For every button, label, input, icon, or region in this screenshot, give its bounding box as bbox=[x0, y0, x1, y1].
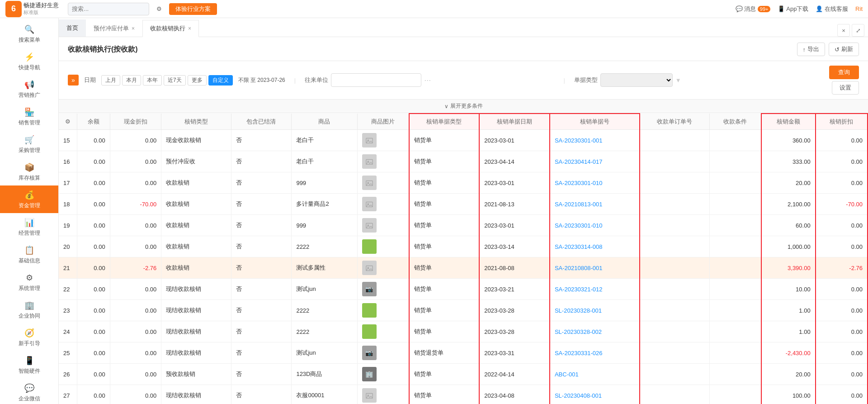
bill-no-link[interactable]: SA-20230321-012 bbox=[555, 286, 603, 293]
product-image-cell bbox=[357, 300, 409, 321]
date-btn-this-year[interactable]: 本年 bbox=[143, 75, 162, 86]
purchase-icon: 🛒 bbox=[24, 135, 34, 145]
verify-bill-no-cell[interactable]: SA-20230321-012 bbox=[550, 279, 640, 300]
online-service-link[interactable]: 👤 在线客服 bbox=[816, 5, 848, 13]
tab-close-btn[interactable]: × bbox=[837, 24, 850, 37]
tab-collection-close[interactable]: × bbox=[188, 25, 191, 32]
verify-bill-no-cell[interactable]: SA-20230301-010 bbox=[550, 215, 640, 236]
balance-cell: 0.00 bbox=[77, 257, 110, 279]
bill-no-link[interactable]: SA-20210808-001 bbox=[555, 265, 603, 271]
sidebar-item-corp[interactable]: 🏢 企业协同 bbox=[0, 296, 58, 323]
product-cell: 测试jun bbox=[292, 279, 357, 300]
verify-bill-no-cell[interactable]: SA-20230331-026 bbox=[550, 342, 640, 364]
verify-type-cell: 现结收款核销 bbox=[161, 321, 231, 342]
verify-bill-no-cell[interactable]: SA-20210808-001 bbox=[550, 257, 640, 279]
product-image-cell bbox=[357, 236, 409, 257]
product-image-cell: 📷 bbox=[357, 342, 409, 364]
type-filter-select[interactable] bbox=[600, 73, 673, 87]
unit-filter-dots[interactable]: ··· bbox=[424, 76, 431, 85]
tab-prepay-label: 预付冲应付单 bbox=[94, 24, 129, 33]
user-name[interactable]: Rit bbox=[855, 5, 863, 12]
bill-no-link[interactable]: SL-20230328-001 bbox=[555, 307, 602, 314]
bill-no-link[interactable]: SA-20230301-001 bbox=[555, 137, 603, 144]
table-row: 170.000.00收款核销否999销货单2023-03-01SA-202303… bbox=[59, 172, 868, 194]
included-cell: 否 bbox=[231, 257, 292, 279]
verify-bill-date-cell: 2021-08-08 bbox=[479, 257, 550, 279]
product-cell: 多计量商品2 bbox=[292, 194, 357, 215]
tab-prepay-close[interactable]: × bbox=[132, 25, 135, 32]
receipt-condition-cell bbox=[709, 321, 761, 342]
verify-bill-no-cell[interactable]: SA-20230314-008 bbox=[550, 236, 640, 257]
date-btn-more[interactable]: 更多 bbox=[188, 75, 207, 86]
filter-toggle-btn[interactable]: » bbox=[68, 75, 79, 86]
bill-no-link[interactable]: SL-20230328-002 bbox=[555, 328, 602, 335]
col-settings[interactable]: ⚙ bbox=[59, 114, 77, 130]
message-icon[interactable]: 💬 消息 99+ bbox=[736, 5, 771, 13]
verify-type-cell: 现结收款核销 bbox=[161, 385, 231, 404]
refresh-button[interactable]: ↺ 刷新 bbox=[829, 43, 859, 56]
cash-discount-cell: 0.00 bbox=[110, 130, 161, 151]
app-download-link[interactable]: 📱 App下载 bbox=[778, 5, 808, 13]
date-btn-custom[interactable]: 自定义 bbox=[208, 75, 233, 86]
verify-bill-no-cell[interactable]: ABC-001 bbox=[550, 364, 640, 385]
verify-discount-cell: 0.00 bbox=[816, 364, 868, 385]
receipt-order-no-cell bbox=[640, 130, 710, 151]
expand-conditions-btn[interactable]: ∨ 展开更多条件 bbox=[444, 102, 483, 110]
verify-bill-no-cell[interactable]: SL-20230408-001 bbox=[550, 385, 640, 404]
search-icon: 🔍 bbox=[24, 24, 34, 34]
type-select-chevron: ▼ bbox=[675, 77, 681, 84]
verify-bill-no-cell[interactable]: SA-20230301-001 bbox=[550, 130, 640, 151]
sidebar-item-purchase[interactable]: 🛒 采购管理 bbox=[0, 130, 58, 158]
bill-no-link[interactable]: SA-20230414-017 bbox=[555, 158, 603, 165]
sidebar-item-finance[interactable]: 💰 资金管理 bbox=[0, 185, 58, 213]
table-settings-button[interactable]: 设置 bbox=[832, 81, 859, 95]
tab-home[interactable]: 首页 bbox=[59, 19, 86, 37]
date-btn-7days[interactable]: 近7天 bbox=[164, 75, 186, 86]
sidebar-item-inventory[interactable]: 📦 库存核算 bbox=[0, 158, 58, 185]
verify-amount-cell: 360.00 bbox=[761, 130, 816, 151]
sidebar-item-hardware[interactable]: 📱 智能硬件 bbox=[0, 351, 58, 379]
balance-cell: 0.00 bbox=[77, 300, 110, 321]
verify-bill-date-cell: 2023-04-14 bbox=[479, 151, 550, 172]
verify-bill-no-cell[interactable]: SA-20210813-001 bbox=[550, 194, 640, 215]
sidebar-item-basic[interactable]: 📋 基础信息 bbox=[0, 241, 58, 268]
verify-bill-no-cell[interactable]: SA-20230301-010 bbox=[550, 172, 640, 194]
product-image-cell bbox=[357, 257, 409, 279]
bill-no-link[interactable]: SA-20230314-008 bbox=[555, 243, 603, 250]
row-number: 15 bbox=[59, 130, 77, 151]
export-button[interactable]: ↑ 导出 bbox=[797, 43, 826, 56]
sidebar-item-sales[interactable]: 🏪 销售管理 bbox=[0, 103, 58, 130]
verify-type-cell: 现结收款核销 bbox=[161, 300, 231, 321]
bill-no-link[interactable]: SA-20230301-010 bbox=[555, 222, 603, 229]
sidebar-item-system[interactable]: ⚙ 系统管理 bbox=[0, 268, 58, 296]
sidebar-item-marketing[interactable]: 📢 营销推广 bbox=[0, 75, 58, 103]
settings-gear-icon[interactable]: ⚙ bbox=[153, 3, 165, 15]
verify-bill-no-cell[interactable]: SA-20230414-017 bbox=[550, 151, 640, 172]
unit-filter-input[interactable] bbox=[331, 73, 421, 87]
header-row: ⚙ 余额 现金折扣 核销类型 包含已结清 商品 商品图片 核销单据类型 核销单据… bbox=[59, 114, 868, 130]
tab-collection[interactable]: 收款核销执行 × bbox=[142, 20, 199, 37]
bill-no-link[interactable]: SA-20210813-001 bbox=[555, 201, 603, 208]
bill-no-link[interactable]: SL-20230408-001 bbox=[555, 392, 602, 399]
date-btn-this-month[interactable]: 本月 bbox=[122, 75, 141, 86]
tab-prepay[interactable]: 预付冲应付单 × bbox=[86, 19, 142, 37]
layout: 🔍 搜索菜单 ⚡ 快捷导航 📢 营销推广 🏪 销售管理 🛒 采购管理 📦 库存核… bbox=[0, 18, 868, 404]
verify-bill-no-cell[interactable]: SL-20230328-002 bbox=[550, 321, 640, 342]
receipt-order-no-cell bbox=[640, 151, 710, 172]
sidebar-item-business[interactable]: 📊 经营管理 bbox=[0, 213, 58, 241]
top-search-input[interactable] bbox=[68, 3, 149, 15]
sidebar-item-search[interactable]: 🔍 搜索菜单 bbox=[0, 20, 58, 48]
bill-no-link[interactable]: ABC-001 bbox=[555, 371, 579, 378]
date-range-display: 不限 至 2023-07-26 bbox=[238, 76, 285, 84]
query-button[interactable]: 查询 bbox=[829, 66, 859, 79]
sidebar-item-wechat[interactable]: 💬 企业微信 bbox=[0, 379, 58, 404]
sidebar-item-quick[interactable]: ⚡ 快捷导航 bbox=[0, 48, 58, 75]
verify-bill-no-cell[interactable]: SL-20230328-001 bbox=[550, 300, 640, 321]
date-btn-last-month[interactable]: 上月 bbox=[101, 75, 120, 86]
bill-no-link[interactable]: SA-20230331-026 bbox=[555, 350, 603, 356]
tab-expand-btn[interactable]: ⤢ bbox=[852, 24, 864, 37]
bill-no-link[interactable]: SA-20230301-010 bbox=[555, 180, 603, 186]
balance-cell: 0.00 bbox=[77, 321, 110, 342]
sidebar-item-guide[interactable]: 🧭 新手引导 bbox=[0, 323, 58, 351]
solution-button[interactable]: 体验行业方案 bbox=[169, 3, 217, 15]
